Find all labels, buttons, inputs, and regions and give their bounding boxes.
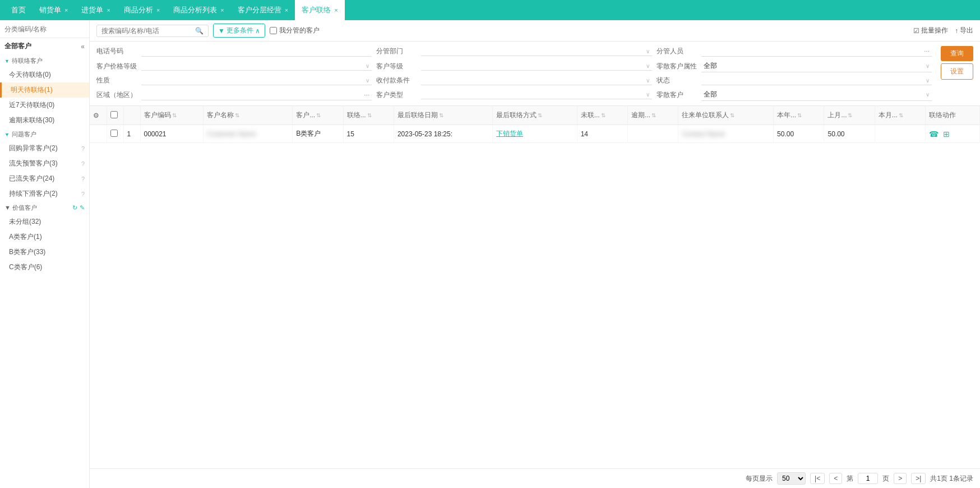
sidebar-group-edit-icon[interactable]: ✎ [80, 204, 85, 211]
col-not-contacted[interactable]: 未联... ⇅ [577, 106, 627, 125]
filter-nature-select[interactable]: ∨ [141, 76, 372, 85]
nav-close-icon[interactable]: × [285, 7, 288, 13]
sidebar-item-help-icon[interactable]: ? [81, 160, 85, 167]
sidebar-item[interactable]: 明天待联络(1) [0, 82, 89, 98]
sidebar-item-label: 近7天待联络(0) [9, 100, 54, 110]
row-last-contact-method[interactable]: 下销货单 [493, 125, 577, 143]
filter-dept-select[interactable]: ∨ [421, 47, 651, 56]
toolbar-search-icon[interactable]: 🔍 [195, 27, 204, 35]
nav-item-商品分析[interactable]: 商品分析× [117, 0, 167, 20]
nav-item-客户分层经营[interactable]: 客户分层经营× [231, 0, 295, 20]
sidebar-item[interactable]: 近7天待联络(0) [0, 98, 89, 113]
filter-region-more-icon[interactable]: ··· [364, 91, 369, 99]
next-page-button[interactable]: > [894, 473, 907, 484]
filter-customer-type-select[interactable]: ∨ [421, 90, 651, 99]
nav-close-icon[interactable]: × [156, 7, 160, 13]
col-customer-name[interactable]: 客户名称 ⇅ [204, 106, 293, 125]
col-customer-name-sort-icon: ⇅ [235, 112, 239, 118]
filter-scatter-attr: 零散客户属性 全部 ∨ [657, 60, 932, 72]
nav-close-icon[interactable]: × [334, 7, 338, 13]
col-last-contact-date[interactable]: 最后联络日期 ⇅ [394, 106, 492, 125]
sidebar-item[interactable]: A类客户(1) [0, 229, 89, 245]
col-unit-contact[interactable]: 往来单位联系人 ⇅ [678, 106, 774, 125]
col-last-contact-method[interactable]: 最后联络方式 ⇅ [493, 106, 577, 125]
query-button[interactable]: 查询 [941, 46, 973, 61]
filter-manager-more-icon[interactable]: ··· [924, 47, 930, 55]
filter-payment-select[interactable]: ∨ [421, 76, 651, 85]
row-action-phone-icon[interactable]: ☎ [929, 130, 939, 139]
nav-item-商品分析列表[interactable]: 商品分析列表× [167, 0, 230, 20]
col-gear[interactable]: ⚙ [90, 106, 107, 125]
sidebar-item-help-icon[interactable]: ? [81, 191, 85, 197]
sidebar-item-label: 回购异常客户(2) [9, 144, 58, 153]
nav-item-销货单[interactable]: 销货单× [33, 0, 75, 20]
row-action-more-icon[interactable]: ⊞ [943, 130, 950, 139]
sidebar-item-help-icon[interactable]: ? [81, 145, 85, 152]
filter-region-select[interactable]: ··· [141, 90, 372, 100]
col-this-month-label: 本月... [879, 111, 898, 120]
sidebar-item[interactable]: 回购异常客户(2)? [0, 141, 89, 156]
col-this-year-sort-icon: ⇅ [797, 112, 802, 118]
col-overdue[interactable]: 逾期... ⇅ [628, 106, 678, 125]
table-select-all-checkbox[interactable] [110, 111, 118, 118]
nav-close-icon[interactable]: × [107, 7, 110, 13]
sidebar-search-input[interactable] [4, 25, 89, 33]
col-contact[interactable]: 联络... ⇅ [343, 106, 394, 125]
sidebar-group-refresh-icon[interactable]: ↻ [72, 204, 77, 211]
sidebar-group-待联络客户[interactable]: 待联络客户 [0, 54, 89, 67]
first-page-button[interactable]: |< [810, 473, 825, 484]
sidebar-item[interactable]: 流失预警客户(3)? [0, 156, 89, 171]
sidebar-item[interactable]: 今天待联络(0) [0, 67, 89, 82]
col-this-month[interactable]: 本月... ⇅ [875, 106, 925, 125]
setting-button[interactable]: 设置 [941, 63, 973, 80]
filter-nature-label: 性质 [96, 76, 141, 85]
batch-operation-button[interactable]: ☑ 批量操作 [913, 26, 948, 35]
sidebar-item[interactable]: 已流失客户(24)? [0, 171, 89, 186]
filter-manager-select[interactable]: ··· [701, 46, 932, 57]
filter-customer-type-label: 客户类型 [376, 90, 421, 100]
sidebar-item-label: A类客户(1) [9, 232, 42, 242]
col-customer-code[interactable]: 客户编码 ⇅ [140, 106, 204, 125]
col-this-year[interactable]: 本年... ⇅ [774, 106, 824, 125]
my-customers-checkbox[interactable] [270, 27, 277, 34]
sidebar-group-actions: ↻✎ [72, 204, 85, 211]
filter-dept-label: 分管部门 [376, 47, 421, 56]
last-page-button[interactable]: >| [911, 473, 926, 484]
sidebar-item[interactable]: B类客户(33) [0, 245, 89, 260]
sidebar-item-help-icon[interactable]: ? [81, 176, 85, 182]
filter-chevron-icon: ∧ [255, 27, 260, 35]
sidebar-item[interactable]: 逾期未联络(30) [0, 113, 89, 128]
nav-item-首页[interactable]: 首页 [4, 0, 33, 20]
sidebar-item[interactable]: 持续下滑客户(2)? [0, 186, 89, 201]
filter-customer-level-select[interactable]: ∨ [421, 62, 651, 71]
my-customers-label: 我分管的客户 [279, 26, 320, 35]
filter-scatter-attr-select[interactable]: 全部 ∨ [701, 60, 932, 72]
sidebar-item[interactable]: 未分组(32) [0, 214, 89, 229]
col-last-contact-method-label: 最后联络方式 [496, 111, 537, 120]
per-page-select[interactable]: 50 100 200 [777, 472, 806, 485]
my-customers-checkbox-label[interactable]: 我分管的客户 [270, 26, 320, 35]
sidebar-group-问题客户[interactable]: 问题客户 [0, 128, 89, 141]
col-unit-contact-label: 往来单位联系人 [682, 111, 729, 120]
more-filter-button[interactable]: ▼ 更多条件 ∧ [213, 24, 265, 38]
nav-item-进货单[interactable]: 进货单× [75, 0, 117, 20]
col-customer-code-sort-icon: ⇅ [172, 112, 177, 118]
nav-close-icon[interactable]: × [220, 7, 224, 13]
col-last-month[interactable]: 上月... ⇅ [824, 106, 875, 125]
export-button[interactable]: ↑ 导出 [955, 26, 973, 35]
filter-status-label: 状态 [657, 76, 701, 85]
toolbar-search-input[interactable] [101, 27, 195, 35]
prev-page-button[interactable]: < [829, 473, 842, 484]
col-customer-type[interactable]: 客户... ⇅ [293, 106, 343, 125]
row-checkbox[interactable] [110, 130, 118, 137]
sidebar-all-customers[interactable]: 全部客户 « [0, 38, 89, 54]
filter-scatter-customer-select[interactable]: 全部 ∨ [701, 89, 932, 101]
filter-status-select[interactable]: ∨ [701, 76, 932, 85]
table-gear-icon[interactable]: ⚙ [93, 112, 99, 119]
nav-close-icon[interactable]: × [64, 7, 68, 13]
current-page-input[interactable] [858, 473, 878, 484]
nav-item-客户联络[interactable]: 客户联络× [295, 0, 344, 20]
filter-phone-input[interactable] [141, 46, 372, 57]
sidebar-item[interactable]: C类客户(6) [0, 260, 89, 275]
filter-price-level-select[interactable]: ∨ [141, 62, 372, 71]
